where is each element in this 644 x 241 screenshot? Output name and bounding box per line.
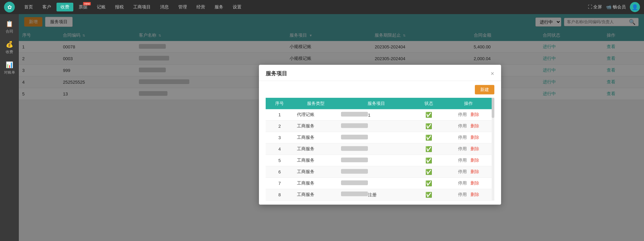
- modal-header: 服务项目 ×: [259, 65, 501, 81]
- delete-action[interactable]: 删除: [470, 192, 479, 197]
- status-check-icon: ✅: [425, 123, 432, 129]
- nav-shezhi[interactable]: 设置: [229, 3, 245, 11]
- modal-col-item: 服务项目: [338, 97, 415, 109]
- user-avatar[interactable]: 👤: [630, 2, 640, 12]
- modal-table-row: 5 工商服务 ✅ 停用 删除: [266, 155, 494, 166]
- modal-title: 服务项目: [266, 70, 287, 77]
- status-check-icon: ✅: [425, 180, 432, 186]
- nav-items: 首页 客户 收费 票据 new 记账 报税 工商项目 消息 管理 经营 服务 设…: [20, 3, 588, 11]
- sidebar-item-duizhangdan[interactable]: 📊 对账单: [0, 58, 19, 78]
- service-item-modal: 服务项目 × 新建 序号 服务类型 服务项目 状态: [259, 65, 501, 204]
- top-nav-right: ⛶ 全屏 📹 畅会员 👤: [588, 2, 640, 12]
- app-logo[interactable]: ✿: [4, 2, 15, 12]
- modal-table-row: 6 工商服务 ✅ 停用 删除: [266, 166, 494, 177]
- member-icon[interactable]: 📹 畅会员: [606, 4, 626, 10]
- nav-shoufei[interactable]: 收费: [56, 3, 73, 11]
- service-items-table: 序号 服务类型 服务项目 状态 操作 1 代理记账 1: [266, 97, 494, 200]
- modal-close-button[interactable]: ×: [491, 71, 494, 77]
- modal-table-row: 2 工商服务 ✅ 停用 删除: [266, 120, 494, 132]
- nav-customer[interactable]: 客户: [38, 3, 55, 11]
- delete-action[interactable]: 删除: [470, 123, 479, 128]
- delete-action[interactable]: 删除: [470, 158, 479, 163]
- disable-action[interactable]: 停用: [458, 192, 467, 197]
- status-check-icon: ✅: [425, 192, 432, 197]
- disable-action[interactable]: 停用: [458, 146, 467, 151]
- nav-jizhang[interactable]: 记账: [93, 3, 110, 11]
- fullscreen-icon[interactable]: ⛶ 全屏: [588, 4, 602, 10]
- modal-table-row: 4 工商服务 ✅ 停用 删除: [266, 143, 494, 155]
- nav-piao[interactable]: 票据 new: [75, 3, 91, 11]
- modal-scroll-area: 序号 服务类型 服务项目 状态 操作 1 代理记账 1: [266, 97, 494, 200]
- nav-fuwu[interactable]: 服务: [211, 3, 227, 11]
- delete-action[interactable]: 删除: [470, 112, 479, 117]
- modal-col-seq: 序号: [266, 97, 294, 109]
- statement-icon: 📊: [6, 61, 13, 69]
- scrollbar-thumb[interactable]: [492, 97, 494, 118]
- disable-action[interactable]: 停用: [458, 112, 467, 117]
- status-check-icon: ✅: [425, 157, 432, 163]
- status-check-icon: ✅: [425, 112, 432, 117]
- nav-jingying[interactable]: 经营: [192, 3, 209, 11]
- main-layout: 📋 合同 💰 收费 📊 对账单 新增 服务项目 进行中 全部 已完成 已终止: [0, 14, 644, 241]
- modal-table-row: 7 工商服务 ✅ 停用 删除: [266, 177, 494, 189]
- status-check-icon: ✅: [425, 146, 432, 152]
- scrollbar-track: [492, 97, 494, 200]
- disable-action[interactable]: 停用: [458, 180, 467, 186]
- modal-col-status: 状态: [415, 97, 443, 109]
- modal-body: 新建 序号 服务类型 服务项目 状态 操作: [259, 81, 501, 204]
- modal-table-row: 8 工商服务 注册 ✅ 停用 删除: [266, 189, 494, 200]
- sidebar: 📋 合同 💰 收费 📊 对账单: [0, 14, 19, 241]
- content-area: 新增 服务项目 进行中 全部 已完成 已终止 🔍 序号 合同编码 ⇅ 客户名称 …: [19, 14, 644, 241]
- nav-home[interactable]: 首页: [20, 3, 37, 11]
- delete-action[interactable]: 删除: [470, 169, 479, 174]
- status-check-icon: ✅: [425, 169, 432, 174]
- nav-baoshui[interactable]: 报税: [111, 3, 128, 11]
- sidebar-item-shoufei[interactable]: 💰 收费: [0, 38, 19, 57]
- fee-icon: 💰: [6, 41, 13, 48]
- delete-action[interactable]: 删除: [470, 135, 479, 140]
- modal-table-row: 1 代理记账 1 ✅ 停用 删除: [266, 109, 494, 120]
- modal-toolbar: 新建: [266, 85, 494, 94]
- disable-action[interactable]: 停用: [458, 158, 467, 163]
- badge-new: new: [83, 2, 91, 5]
- modal-col-type: 服务类型: [294, 97, 338, 109]
- disable-action[interactable]: 停用: [458, 169, 467, 174]
- modal-table-row: 3 工商服务 ✅ 停用 删除: [266, 132, 494, 143]
- top-navigation: ✿ 首页 客户 收费 票据 new 记账 报税 工商项目 消息 管理 经营 服务…: [0, 0, 644, 14]
- modal-new-button[interactable]: 新建: [475, 85, 494, 94]
- nav-xiaoxi[interactable]: 消息: [156, 3, 173, 11]
- nav-guanli[interactable]: 管理: [174, 3, 191, 11]
- delete-action[interactable]: 删除: [470, 180, 479, 186]
- contract-icon: 📋: [6, 20, 13, 28]
- delete-action[interactable]: 删除: [470, 146, 479, 151]
- sidebar-item-hetong[interactable]: 📋 合同: [0, 17, 19, 37]
- disable-action[interactable]: 停用: [458, 135, 467, 140]
- modal-col-action: 操作: [443, 97, 494, 109]
- status-check-icon: ✅: [425, 134, 432, 140]
- nav-gongshang[interactable]: 工商项目: [129, 3, 155, 11]
- disable-action[interactable]: 停用: [458, 123, 467, 128]
